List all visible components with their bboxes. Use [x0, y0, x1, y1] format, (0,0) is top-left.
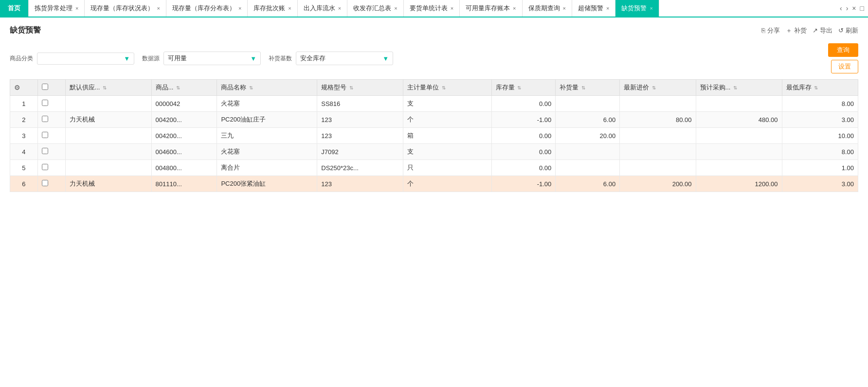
category-select[interactable]: ▼: [37, 53, 134, 65]
tab-available-ledger-close[interactable]: ×: [513, 5, 516, 11]
datasource-label: 数据源: [142, 54, 160, 63]
settings-button[interactable]: 设置: [831, 60, 858, 73]
share-button[interactable]: ⎘ 分享: [761, 26, 780, 35]
tab-inout-flow[interactable]: 出入库流水 ×: [298, 0, 347, 17]
row-checkbox-1[interactable]: [37, 96, 65, 112]
row-replenish-1: [556, 96, 620, 112]
col-latest-price[interactable]: 最新进价 ⇅: [620, 80, 696, 96]
col-min-stock[interactable]: 最低库存 ⇅: [782, 80, 858, 96]
page-title: 缺货预警: [10, 25, 41, 35]
row-checkbox-3[interactable]: [37, 128, 65, 144]
row-supplier-4: [65, 144, 151, 160]
col-checkbox[interactable]: [37, 80, 65, 96]
row-checkbox-4[interactable]: [37, 144, 65, 160]
row-name-4: 火花塞: [217, 144, 317, 160]
filter-row: 商品分类 ▼ 数据源 可用量 ▼ 补货基数 安全库存 ▼ 查询 设置: [10, 43, 858, 73]
col-supplier[interactable]: 默认供应... ⇅: [65, 80, 151, 96]
row-latest-price-4: [620, 144, 696, 160]
row-supplier-1: [65, 96, 151, 112]
tab-available-ledger[interactable]: 可用量库存账本 ×: [460, 0, 522, 17]
row-unit-4: 支: [403, 144, 491, 160]
spec-sort-icon: ⇅: [349, 85, 353, 90]
col-settings[interactable]: ⚙: [10, 80, 38, 96]
tab-prev-btn[interactable]: ‹: [838, 3, 844, 13]
tab-inout-flow-close[interactable]: ×: [338, 5, 341, 11]
row-est-purchase-2: 480.00: [696, 112, 782, 128]
row-min-stock-4: 8.00: [782, 144, 858, 160]
col-spec[interactable]: 规格型号 ⇅: [317, 80, 403, 96]
col-unit[interactable]: 主计量单位 ⇅: [403, 80, 491, 96]
row-unit-6: 个: [403, 176, 491, 192]
row-spec-6: 123: [317, 176, 403, 192]
code-sort-icon: ⇅: [176, 85, 180, 90]
tab-abnormal-close[interactable]: ×: [75, 5, 78, 11]
col-stock[interactable]: 库存量 ⇅: [491, 80, 556, 96]
tab-inventory-status[interactable]: 现存量（库存状况表） ×: [85, 0, 166, 17]
row-replenish-5: [556, 160, 620, 176]
refresh-button[interactable]: ↺ 刷新: [838, 26, 858, 35]
row-stock-4: 0.00: [491, 144, 556, 160]
tab-purchase-stat-close[interactable]: ×: [451, 5, 453, 11]
replenish-base-value: 安全库存: [300, 54, 326, 63]
row-checkbox-2[interactable]: [37, 112, 65, 128]
select-all-checkbox[interactable]: [42, 84, 48, 90]
datasource-arrow-icon: ▼: [250, 55, 256, 62]
tab-receipt-summary[interactable]: 收发存汇总表 ×: [347, 0, 403, 17]
col-code-label: 商品...: [156, 84, 174, 91]
tab-inventory-status-close[interactable]: ×: [157, 5, 160, 11]
col-stock-label: 库存量: [496, 84, 515, 91]
tab-purchase-stat[interactable]: 要货单统计表 ×: [404, 0, 460, 17]
tab-maximize-btn[interactable]: □: [858, 3, 866, 13]
row-supplier-2: 力天机械: [65, 112, 151, 128]
query-button[interactable]: 查询: [828, 43, 858, 57]
tab-expiry-query[interactable]: 保质期查询 ×: [523, 0, 572, 17]
replenish-icon: ＋: [786, 26, 792, 35]
col-code[interactable]: 商品... ⇅: [151, 80, 217, 96]
row-latest-price-5: [620, 160, 696, 176]
col-replenish[interactable]: 补货量 ⇅: [556, 80, 620, 96]
row-stock-3: 0.00: [491, 128, 556, 144]
tab-inventory-dist[interactable]: 现存量（库存分布表） ×: [166, 0, 248, 17]
tab-overstock-warn-close[interactable]: ×: [606, 5, 609, 11]
col-name[interactable]: 商品名称 ⇅: [217, 80, 317, 96]
tab-bar: 首页 拣货异常处理 × 现存量（库存状况表） × 现存量（库存分布表） × 库存…: [0, 0, 868, 18]
tab-inventory-dist-close[interactable]: ×: [238, 5, 241, 11]
share-icon: ⎘: [761, 27, 765, 34]
tab-shortage-warn-close[interactable]: ×: [650, 5, 652, 11]
tab-home[interactable]: 首页: [0, 0, 29, 17]
tab-batch-account-close[interactable]: ×: [288, 5, 291, 11]
row-spec-3: 123: [317, 128, 403, 144]
replenish-base-select[interactable]: 安全库存 ▼: [296, 52, 393, 65]
tab-shortage-warn[interactable]: 缺货预警 ×: [615, 0, 659, 17]
table-row: 5 004800... 离合片 DS250*23c... 只 0.00 1.00: [10, 160, 858, 176]
tab-batch-account[interactable]: 库存批次账 ×: [248, 0, 297, 17]
export-button[interactable]: ↗ 导出: [813, 26, 832, 35]
stock-sort-icon: ⇅: [517, 85, 521, 90]
row-latest-price-6: 200.00: [620, 176, 696, 192]
col-est-purchase[interactable]: 预计采购... ⇅: [696, 80, 782, 96]
replenish-label: 补货: [794, 26, 807, 35]
replenish-button[interactable]: ＋ 补货: [786, 26, 807, 35]
row-checkbox-6[interactable]: [37, 176, 65, 192]
header-actions: ⎘ 分享 ＋ 补货 ↗ 导出 ↺ 刷新: [761, 26, 858, 35]
tab-overstock-warn[interactable]: 超储预警 ×: [572, 0, 615, 17]
tab-abnormal[interactable]: 拣货异常处理 ×: [29, 0, 85, 17]
tab-receipt-summary-label: 收发存汇总表: [353, 4, 391, 13]
main-content: 缺货预警 ⎘ 分享 ＋ 补货 ↗ 导出 ↺ 刷新 商品分类: [0, 18, 868, 387]
datasource-filter-group: 数据源 可用量 ▼: [142, 52, 261, 65]
datasource-select[interactable]: 可用量 ▼: [163, 52, 261, 65]
row-unit-3: 箱: [403, 128, 491, 144]
row-num-5: 5: [10, 160, 38, 176]
row-code-3: 004200...: [151, 128, 217, 144]
row-est-purchase-1: [696, 96, 782, 112]
tab-receipt-summary-close[interactable]: ×: [394, 5, 397, 11]
row-supplier-3: [65, 128, 151, 144]
tab-expiry-query-close[interactable]: ×: [563, 5, 566, 11]
category-label: 商品分类: [10, 54, 33, 63]
share-label: 分享: [767, 26, 780, 35]
tab-close-all-btn[interactable]: ×: [850, 3, 858, 13]
row-checkbox-5[interactable]: [37, 160, 65, 176]
settings-gear-icon[interactable]: ⚙: [14, 84, 20, 91]
tab-next-btn[interactable]: ›: [844, 3, 850, 13]
export-icon: ↗: [813, 27, 818, 34]
